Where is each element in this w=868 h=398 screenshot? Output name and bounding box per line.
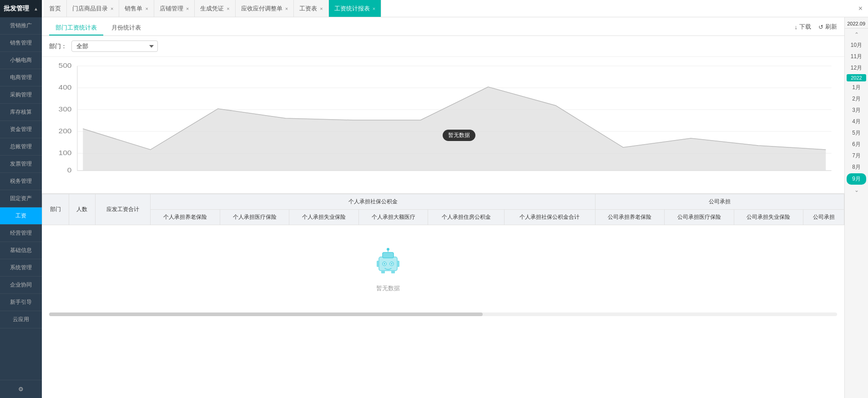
empty-icon — [370, 243, 406, 280]
sidebar-item-营销推广[interactable]: 营销推广 — [0, 17, 42, 35]
tab-店铺管理[interactable]: 店铺管理× — [154, 0, 195, 17]
tab-生成凭证[interactable]: 生成凭证× — [195, 0, 235, 17]
col-total-salary: 应发工资合计 — [96, 194, 151, 225]
calendar-month-10月[interactable]: 10月 — [845, 40, 868, 51]
calendar-month-1月[interactable]: 1月 — [845, 82, 868, 93]
svg-point-21 — [387, 248, 389, 251]
svg-point-19 — [391, 263, 393, 265]
sidebar-item-工资[interactable]: 工资 — [0, 207, 42, 225]
svg-text:200: 200 — [59, 128, 72, 135]
col-group-personal: 个人承担社保公积金 — [151, 194, 595, 210]
content-area: 部门工资统计表月份统计表 ↓ 下载 ↺ 刷新 部门： 全部 财 — [42, 17, 868, 398]
sidebar-settings-button[interactable]: ⚙ — [0, 380, 42, 398]
refresh-icon: ↺ — [818, 24, 823, 30]
main-content: 部门工资统计表月份统计表 ↓ 下载 ↺ 刷新 部门： 全部 财 — [42, 17, 844, 398]
svg-rect-25 — [391, 271, 395, 273]
sidebar-item-总账管理[interactable]: 总账管理 — [0, 138, 42, 156]
sidebar-item-新手引导[interactable]: 新手引导 — [0, 294, 42, 311]
tab-销售单[interactable]: 销售单× — [119, 0, 154, 17]
sidebar-item-采购管理[interactable]: 采购管理 — [0, 86, 42, 104]
dept-filter-label: 部门： — [49, 42, 67, 50]
filter-row: 部门： 全部 财务部 销售部 采购部 仓储部 — [42, 36, 844, 57]
tab-close-icon[interactable]: × — [111, 6, 113, 11]
calendar-up-button[interactable]: ⌃ — [850, 30, 863, 40]
sidebar-item-电商管理[interactable]: 电商管理 — [0, 69, 42, 86]
refresh-label: 刷新 — [825, 23, 837, 31]
calendar-month-2月[interactable]: 2月 — [845, 93, 868, 105]
svg-rect-24 — [381, 271, 385, 273]
svg-text:400: 400 — [59, 84, 72, 91]
calendar-month-3月[interactable]: 3月 — [845, 105, 868, 116]
sidebar-item-固定资产[interactable]: 固定资产 — [0, 190, 42, 207]
calendar-month-12月[interactable]: 12月 — [845, 62, 868, 74]
calendar-month-9月[interactable]: 9月 — [847, 173, 866, 185]
scrollbar-thumb[interactable] — [49, 312, 483, 316]
col-group-company: 公司承担 — [595, 194, 844, 210]
calendar-month-6月[interactable]: 6月 — [845, 139, 868, 150]
svg-text:500: 500 — [59, 62, 72, 69]
tab-工资统计报表[interactable]: 工资统计报表× — [329, 0, 381, 17]
col-personal-total: 个人承担社保公积金合计 — [505, 210, 595, 225]
tab-close-icon[interactable]: × — [227, 6, 229, 11]
col-company-other: 公司承担 — [803, 210, 844, 225]
calendar-month-4月[interactable]: 4月 — [845, 116, 868, 127]
salary-table: 部门 人数 应发工资合计 个人承担社保公积金 公司承担 个人承担养老保险 个人承… — [42, 194, 844, 311]
chart-container: 500 400 300 200 100 0 暂无数据 — [42, 57, 844, 193]
calendar-down-button[interactable]: ⌄ — [850, 185, 863, 195]
table-container[interactable]: 部门 人数 应发工资合计 个人承担社保公积金 公司承担 个人承担养老保险 个人承… — [42, 193, 844, 398]
col-personal-pension: 个人承担养老保险 — [151, 210, 220, 225]
sub-tab-月份统计表[interactable]: 月份统计表 — [105, 21, 147, 35]
tab-close-icon[interactable]: × — [285, 6, 288, 11]
sidebar-item-资金管理[interactable]: 资金管理 — [0, 121, 42, 138]
tab-close-icon[interactable]: × — [373, 6, 375, 11]
sidebar-item-销售管理[interactable]: 销售管理 — [0, 35, 42, 52]
tab-工资表[interactable]: 工资表× — [294, 0, 328, 17]
sidebar-item-发票管理[interactable]: 发票管理 — [0, 156, 42, 173]
dept-filter-select[interactable]: 全部 财务部 销售部 采购部 仓储部 — [71, 40, 158, 52]
col-company-medical: 公司承担医疗保险 — [665, 210, 734, 225]
sidebar-item-系统管理[interactable]: 系统管理 — [0, 259, 42, 277]
refresh-button[interactable]: ↺ 刷新 — [818, 23, 837, 31]
calendar-month-5月[interactable]: 5月 — [845, 127, 868, 139]
svg-text:0: 0 — [67, 167, 72, 174]
tab-应收应付调整单[interactable]: 应收应付调整单× — [236, 0, 294, 17]
sidebar-item-税务管理[interactable]: 税务管理 — [0, 173, 42, 190]
svg-rect-14 — [379, 257, 397, 271]
calendar-year-label: 2022.09 — [845, 19, 868, 29]
svg-text:300: 300 — [59, 106, 72, 113]
toolbar: ↓ 下载 ↺ 刷新 — [795, 23, 838, 34]
calendar-year-badge[interactable]: 2022 — [847, 74, 866, 81]
tab-close-icon[interactable]: × — [320, 6, 323, 11]
calendar-month-8月[interactable]: 8月 — [845, 161, 868, 173]
sidebar-item-库存核算[interactable]: 库存核算 — [0, 104, 42, 121]
sidebar-item-基础信息[interactable]: 基础信息 — [0, 242, 42, 259]
main-area: 首页门店商品目录×销售单×店铺管理×生成凭证×应收应付调整单×工资表×工资统计报… — [42, 0, 868, 398]
svg-point-18 — [384, 263, 385, 265]
download-button[interactable]: ↓ 下载 — [795, 23, 812, 31]
col-dept: 部门 — [42, 194, 69, 225]
tab-close-icon[interactable]: × — [186, 6, 189, 11]
sidebar-item-企业协同[interactable]: 企业协同 — [0, 277, 42, 294]
settings-icon: ⚙ — [18, 386, 24, 393]
tab-bar: 首页门店商品目录×销售单×店铺管理×生成凭证×应收应付调整单×工资表×工资统计报… — [42, 0, 868, 17]
sidebar-item-小畅电商[interactable]: 小畅电商 — [0, 52, 42, 69]
area-chart: 500 400 300 200 100 0 — [49, 61, 837, 180]
tab-首页[interactable]: 首页 — [44, 0, 67, 17]
sub-tab-部门工资统计表[interactable]: 部门工资统计表 — [49, 21, 103, 35]
calendar-month-11月[interactable]: 11月 — [845, 51, 868, 62]
calendar-month-7月[interactable]: 7月 — [845, 150, 868, 161]
download-icon: ↓ — [795, 24, 798, 30]
tab-close-icon[interactable]: × — [145, 6, 148, 11]
sidebar: 批发管理 ▲ 营销推广销售管理小畅电商电商管理采购管理库存核算资金管理总账管理发… — [0, 0, 42, 398]
svg-text:100: 100 — [59, 150, 72, 156]
sidebar-title: 批发管理 — [4, 5, 29, 13]
close-all-tabs-button[interactable]: × — [855, 5, 866, 13]
sidebar-item-经营管理[interactable]: 经营管理 — [0, 225, 42, 242]
sidebar-item-云应用[interactable]: 云应用 — [0, 311, 42, 328]
col-company-unemployment: 公司承担失业保险 — [734, 210, 803, 225]
tab-门店商品目录[interactable]: 门店商品目录× — [67, 0, 119, 17]
horizontal-scrollbar[interactable] — [49, 312, 837, 316]
col-personal-medical: 个人承担医疗保险 — [220, 210, 289, 225]
col-personal-housing: 个人承担住房公积金 — [428, 210, 505, 225]
sidebar-header[interactable]: 批发管理 ▲ — [0, 0, 42, 17]
